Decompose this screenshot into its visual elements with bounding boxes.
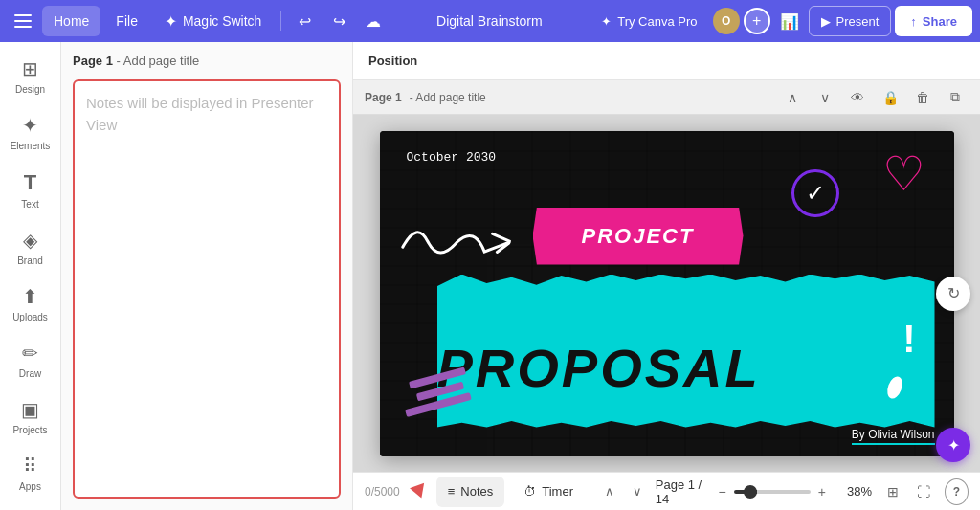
zoom-plus-icon: + — [818, 484, 826, 499]
page-navigation: ∧ ∨ Page 1 / 14 — [600, 477, 711, 506]
right-panel: Position Page 1 - Add page title ∧ ∨ 👁 🔒… — [353, 42, 980, 510]
zoom-slider[interactable] — [734, 490, 811, 494]
slide-background: October 2030 PROJECT — [380, 131, 954, 456]
arrow-hint — [412, 485, 429, 499]
canvas-header: Page 1 - Add page title ∧ ∨ 👁 🔒 🗑 ⧉ — [353, 80, 980, 115]
view-buttons: ⊞ ⛶ — [880, 478, 937, 505]
underline-decoration — [852, 443, 935, 445]
add-collaborator-button[interactable]: + — [744, 8, 770, 34]
hamburger-menu[interactable] — [8, 6, 38, 36]
zoom-minus-icon: − — [719, 484, 726, 499]
redo-button[interactable]: ↪ — [323, 6, 354, 36]
zoom-control: − + 38% — [719, 484, 872, 499]
eye-icon[interactable]: 👁 — [844, 84, 871, 111]
heart-decoration: ♡ — [882, 150, 925, 198]
notes-tab-button[interactable]: ≡ Notes — [436, 477, 505, 507]
share-button[interactable]: ↑ Share — [895, 6, 972, 36]
uploads-icon: ⬆ — [22, 285, 38, 308]
timer-tab-button[interactable]: ⏱ Timer — [512, 477, 585, 507]
sidebar-label-apps: Apps — [19, 481, 41, 492]
red-arrow-icon — [410, 482, 429, 500]
magic-switch-button[interactable]: ✦ Magic Switch — [153, 6, 273, 36]
sidebar-label-brand: Brand — [17, 255, 43, 266]
brand-icon: ◈ — [23, 229, 37, 252]
page-info: Page 1 / 14 — [656, 477, 711, 506]
position-title: Position — [368, 54, 417, 68]
elements-icon: ✦ — [22, 114, 38, 137]
check-circle: ✓ — [791, 169, 839, 217]
sidebar-item-brand[interactable]: ◈ Brand — [4, 221, 57, 274]
notes-textarea-wrapper[interactable]: Notes will be displayed in Presenter Vie… — [73, 79, 341, 499]
sidebar: ⊞ Design ✦ Elements T Text ◈ Brand ⬆ Upl… — [0, 42, 61, 510]
project-banner: PROJECT — [533, 208, 744, 265]
next-page-button[interactable]: ∨ — [628, 480, 648, 503]
prev-page-button[interactable]: ∧ — [600, 480, 620, 503]
sidebar-label-text: Text — [21, 199, 38, 210]
sidebar-item-design[interactable]: ⊞ Design — [4, 50, 57, 102]
sidebar-item-apps[interactable]: ⠿ Apps — [4, 447, 57, 499]
refresh-button[interactable]: ↻ — [936, 277, 970, 311]
avatar[interactable]: O — [713, 8, 740, 34]
fullscreen-button[interactable]: ⛶ — [910, 478, 937, 505]
sidebar-label-projects: Projects — [12, 425, 47, 435]
purple-stripes — [409, 374, 472, 409]
sidebar-item-elements[interactable]: ✦ Elements — [4, 106, 57, 159]
hamburger-icon — [14, 14, 32, 28]
grid-view-button[interactable]: ⊞ — [880, 478, 906, 505]
notes-page-title: Page 1 - Add page title — [73, 54, 341, 68]
slide-date: October 2030 — [407, 150, 497, 165]
exclamation-decoration: ! — [902, 318, 915, 361]
sidebar-item-uploads[interactable]: ⬆ Uploads — [4, 277, 57, 330]
undo-button[interactable]: ↩ — [289, 6, 320, 36]
document-title: Digital Brainstorm — [392, 13, 586, 29]
bottom-bar: 0/5000 ≡ Notes ⏱ Timer ∧ ∨ Page 1 / 14 − — [353, 472, 980, 510]
text-icon: T — [24, 170, 36, 195]
canva-star-icon: ✦ — [601, 14, 612, 29]
magic-star-icon: ✦ — [165, 12, 177, 31]
slide-preview-wrapper: October 2030 PROJECT — [353, 115, 980, 472]
chevron-down-icon[interactable]: ∨ — [812, 84, 838, 111]
sidebar-label-elements: Elements — [11, 141, 51, 151]
zoom-value: 38% — [834, 484, 872, 499]
magic-button[interactable]: ✦ — [936, 428, 970, 462]
main-layout: ⊞ Design ✦ Elements T Text ◈ Brand ⬆ Upl… — [0, 42, 980, 510]
chevron-up-icon[interactable]: ∧ — [779, 84, 806, 111]
cloud-save-button[interactable]: ☁ — [358, 6, 389, 36]
sidebar-label-draw: Draw — [19, 368, 41, 379]
file-button[interactable]: File — [104, 6, 149, 36]
canvas-header-left: Page 1 - Add page title — [365, 91, 486, 104]
trash-icon[interactable]: 🗑 — [909, 84, 936, 111]
by-line: By Olivia Wilson — [852, 428, 935, 445]
navbar: Home File ✦ Magic Switch ↩ ↪ ☁ Digital B… — [0, 0, 980, 42]
sidebar-item-projects[interactable]: ▣ Projects — [4, 390, 57, 443]
canvas-area: Page 1 - Add page title ∧ ∨ 👁 🔒 🗑 ⧉ — [353, 80, 980, 472]
position-header: Position — [353, 42, 980, 80]
proposal-label: PROPOSAL — [437, 337, 761, 399]
share-icon: ↑ — [910, 14, 917, 29]
design-icon: ⊞ — [22, 57, 38, 80]
draw-icon: ✏ — [22, 342, 38, 365]
notes-tab-icon: ≡ — [448, 484, 456, 499]
stats-button[interactable]: 📊 — [774, 6, 805, 36]
sidebar-label-uploads: Uploads — [12, 312, 48, 322]
timer-tab-icon: ⏱ — [523, 484, 536, 499]
canvas-header-right: ∧ ∨ 👁 🔒 🗑 ⧉ — [779, 84, 969, 111]
help-button[interactable]: ? — [945, 478, 969, 505]
slide-preview: October 2030 PROJECT — [380, 131, 954, 456]
present-button[interactable]: ▶ Present — [809, 6, 892, 36]
home-button[interactable]: Home — [42, 6, 100, 36]
sidebar-item-draw[interactable]: ✏ Draw — [4, 334, 57, 387]
present-icon: ▶ — [821, 14, 831, 29]
apps-icon: ⠿ — [23, 455, 37, 477]
nav-divider — [280, 11, 281, 31]
copy-icon[interactable]: ⧉ — [942, 84, 969, 111]
projects-icon: ▣ — [21, 398, 39, 421]
project-label: PROJECT — [582, 224, 695, 249]
try-canva-button[interactable]: ✦ Try Canva Pro — [590, 6, 708, 36]
notes-placeholder: Notes will be displayed in Presenter Vie… — [86, 93, 327, 136]
sidebar-item-text[interactable]: T Text — [4, 163, 57, 217]
sidebar-label-design: Design — [15, 84, 45, 95]
undo-redo-actions: ↩ ↪ ☁ — [289, 6, 389, 36]
char-count: 0/5000 — [365, 485, 400, 499]
lock-icon[interactable]: 🔒 — [877, 84, 903, 111]
